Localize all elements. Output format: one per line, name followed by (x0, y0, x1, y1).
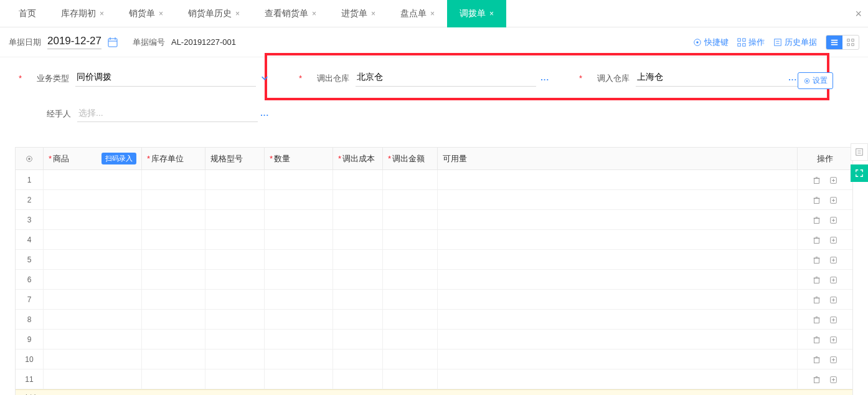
date-value[interactable]: 2019-12-27 (47, 35, 101, 49)
table-row[interactable]: 9 (16, 330, 852, 350)
add-row-icon[interactable] (829, 335, 837, 343)
add-row-icon[interactable] (829, 215, 837, 224)
in-warehouse-label: 调入仓库 (585, 73, 630, 84)
delete-row-icon[interactable] (813, 195, 821, 204)
svg-rect-19 (852, 43, 854, 45)
svg-rect-72 (814, 338, 819, 343)
close-icon[interactable]: × (100, 9, 104, 18)
col-available: 可用量 (438, 148, 798, 169)
ellipsis-icon[interactable]: ··· (788, 75, 797, 84)
add-row-icon[interactable] (829, 355, 837, 363)
col-qty: *数量 (265, 148, 333, 169)
tab-sales-order[interactable]: 销货单× (116, 0, 176, 27)
close-icon[interactable]: × (371, 9, 375, 18)
table-row[interactable]: 7 (16, 290, 852, 310)
svg-rect-42 (814, 238, 819, 243)
close-all-icon[interactable]: × (855, 7, 862, 21)
delete-row-icon[interactable] (813, 275, 821, 283)
expand-side-button[interactable] (851, 164, 868, 182)
add-row-icon[interactable] (829, 275, 837, 283)
tab-transfer[interactable]: 调拨单× (447, 0, 506, 27)
close-icon[interactable]: × (312, 9, 316, 18)
settings-button[interactable]: 设置 (798, 72, 833, 89)
toolbar: 单据日期 2019-12-27 单据编号 AL-20191227-001 快捷键… (0, 27, 868, 57)
keyboard-icon (693, 38, 702, 47)
view-list-button[interactable] (826, 36, 842, 49)
delete-row-icon[interactable] (813, 335, 821, 343)
column-settings-button[interactable] (16, 148, 44, 169)
tab-inventory-init[interactable]: 库存期初× (49, 0, 116, 27)
table-row[interactable]: 11 (16, 369, 852, 389)
svg-rect-90 (856, 149, 863, 156)
svg-point-21 (806, 80, 808, 82)
add-row-icon[interactable] (829, 255, 837, 264)
svg-rect-0 (108, 39, 117, 47)
grid-body[interactable]: 1234567891011 (16, 170, 852, 389)
tabs-bar: 首页 库存期初× 销货单× 销货单历史× 查看销货单× 进货单× 盘点单× 调拨… (0, 0, 868, 27)
row-number: 9 (16, 330, 44, 349)
grid-wrap: *商品扫码录入 *库存单位 规格型号 *数量 *调出成本 *调出金额 可用量 操… (0, 147, 868, 395)
delete-row-icon[interactable] (813, 215, 821, 224)
add-row-icon[interactable] (829, 175, 837, 184)
delete-row-icon[interactable] (813, 355, 821, 363)
calendar-icon[interactable] (108, 37, 118, 47)
row-number: 1 (16, 170, 44, 189)
row-number: 10 (16, 350, 44, 369)
tab-sales-history[interactable]: 销货单历史× (176, 0, 252, 27)
tab-view-sales[interactable]: 查看销货单× (252, 0, 329, 27)
shortcut-link[interactable]: 快捷键 (693, 37, 729, 48)
grid-footer: 小计 0.00 0.00 0.00 (16, 389, 852, 395)
table-row[interactable]: 5 (16, 250, 852, 270)
tab-home[interactable]: 首页 (6, 0, 49, 27)
handler-label: 经手人 (26, 108, 71, 120)
row-number: 4 (16, 230, 44, 249)
close-icon[interactable]: × (430, 9, 435, 18)
handler-input[interactable] (77, 105, 258, 122)
table-row[interactable]: 2 (16, 190, 852, 210)
add-row-icon[interactable] (829, 235, 837, 244)
svg-rect-30 (814, 198, 819, 203)
ellipsis-icon[interactable]: ··· (260, 110, 269, 120)
table-row[interactable]: 1 (16, 170, 852, 190)
ellipsis-icon[interactable]: ··· (540, 75, 549, 84)
tab-purchase[interactable]: 进货单× (329, 0, 388, 27)
view-grid-button[interactable] (842, 36, 859, 49)
history-link[interactable]: 历史单据 (773, 37, 817, 48)
delete-row-icon[interactable] (813, 175, 821, 184)
notes-side-button[interactable] (851, 143, 868, 161)
add-row-icon[interactable] (829, 315, 837, 323)
biz-type-input[interactable] (75, 70, 256, 87)
add-row-icon[interactable] (829, 195, 837, 204)
delete-row-icon[interactable] (813, 315, 821, 323)
table-row[interactable]: 3 (16, 210, 852, 230)
delete-row-icon[interactable] (813, 235, 821, 244)
out-warehouse-input[interactable] (356, 70, 536, 87)
scan-badge[interactable]: 扫码录入 (101, 153, 136, 164)
add-row-icon[interactable] (829, 374, 837, 383)
doc-no: AL-20191227-001 (171, 37, 236, 47)
tab-stocktake[interactable]: 盘点单× (388, 0, 447, 27)
row-number: 8 (16, 310, 44, 329)
svg-rect-7 (743, 38, 745, 40)
chevron-down-icon[interactable] (260, 72, 269, 82)
table-row[interactable]: 8 (16, 310, 852, 330)
close-icon[interactable]: × (159, 9, 163, 18)
svg-rect-36 (814, 218, 819, 223)
subtotal-qty: 0.00 (265, 390, 333, 395)
col-product: *商品扫码录入 (44, 148, 142, 169)
table-row[interactable]: 6 (16, 270, 852, 290)
table-row[interactable]: 10 (16, 350, 852, 369)
close-icon[interactable]: × (489, 9, 494, 18)
delete-row-icon[interactable] (813, 255, 821, 264)
close-icon[interactable]: × (235, 9, 240, 18)
delete-row-icon[interactable] (813, 374, 821, 383)
svg-point-5 (696, 41, 699, 44)
svg-rect-24 (814, 178, 819, 183)
table-row[interactable]: 4 (16, 230, 852, 250)
view-toggle (826, 35, 859, 50)
operate-link[interactable]: 操作 (737, 37, 765, 48)
grid-header: *商品扫码录入 *库存单位 规格型号 *数量 *调出成本 *调出金额 可用量 操… (16, 148, 852, 170)
history-icon (773, 38, 782, 47)
delete-row-icon[interactable] (813, 295, 821, 303)
add-row-icon[interactable] (829, 295, 837, 303)
